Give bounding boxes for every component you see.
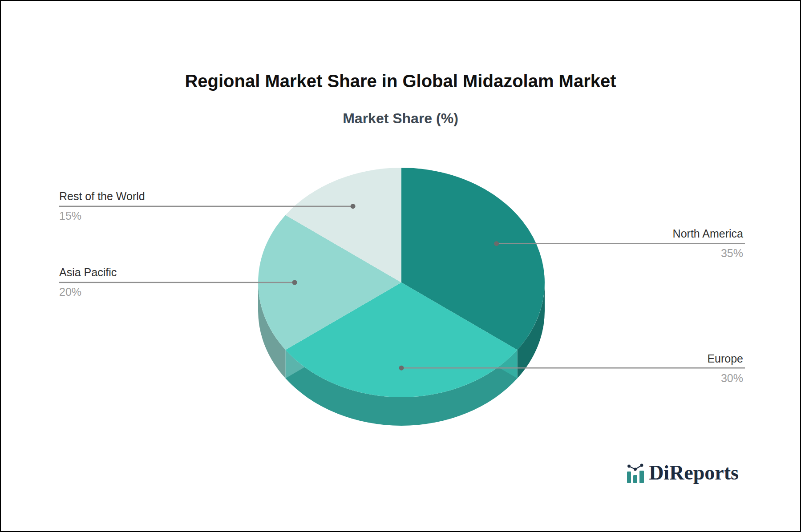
slice-label-europe: Europe	[707, 352, 743, 365]
chart-canvas: Regional Market Share in Global Midazola…	[0, 0, 801, 532]
leader-dot-asia-pacific	[292, 280, 297, 285]
direports-logo-icon	[627, 462, 647, 483]
leader-dot-north-america	[494, 241, 499, 246]
direports-logo-text: DiReports	[649, 462, 739, 484]
leader-dot-rest-of-the-world	[351, 204, 356, 209]
slice-label-rest-of-the-world: Rest of the World	[59, 189, 145, 203]
slice-value-asia-pacific: 20%	[59, 285, 81, 298]
slice-value-north-america: 35%	[721, 246, 743, 260]
slice-value-europe: 30%	[721, 371, 743, 385]
pie-chart	[1, 1, 801, 532]
slice-label-north-america: North America	[673, 227, 743, 240]
leader-dot-europe	[399, 366, 404, 371]
direports-logo: DiReports	[627, 462, 739, 484]
slice-label-asia-pacific: Asia Pacific	[59, 266, 117, 279]
slice-value-rest-of-the-world: 15%	[59, 209, 81, 222]
